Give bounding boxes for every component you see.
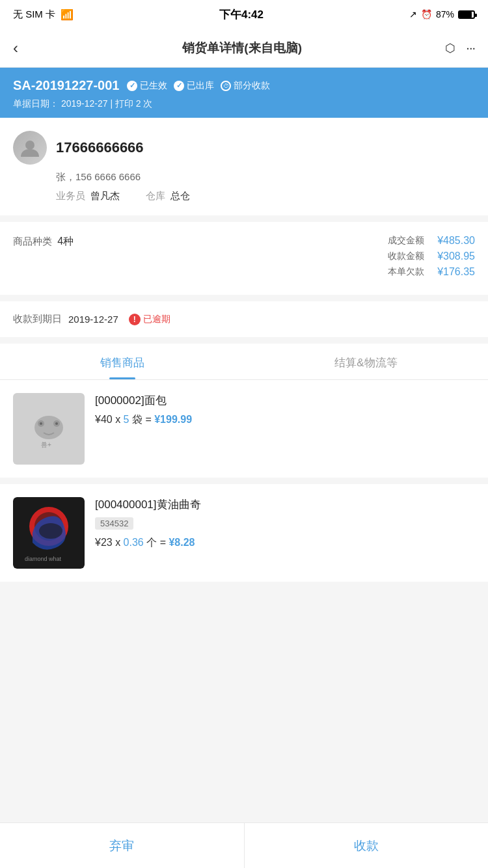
- collect-payment-label: 收款: [354, 837, 379, 854]
- svg-point-11: [39, 523, 62, 539]
- status-left: 无 SIM 卡 📶: [13, 8, 74, 21]
- tab-settlement[interactable]: 结算&物流等: [244, 344, 488, 379]
- battery-percent: 87%: [436, 9, 454, 20]
- cancel-review-button[interactable]: 弃审: [0, 823, 245, 868]
- bottom-bar: 弃审 收款: [0, 822, 488, 868]
- svg-text:diamond what: diamond what: [25, 556, 62, 562]
- status-bar: 无 SIM 卡 📶 下午4:42 ↗ ⏰ 87%: [0, 0, 488, 29]
- due-label: 收款到期日: [13, 313, 62, 325]
- collect-payment-button[interactable]: 收款: [245, 823, 489, 868]
- battery-fill: [459, 12, 472, 18]
- debt-label: 本单欠款: [388, 266, 424, 278]
- customer-section: 17666666666 张，156 6666 6666 业务员 曾凡杰 仓库 总…: [0, 118, 488, 215]
- due-date: 2019-12-27: [68, 314, 118, 325]
- receive-amount-row: 收款金额 ¥308.95: [388, 251, 475, 262]
- type-label: 商品种类: [13, 236, 52, 247]
- tab-sales-products[interactable]: 销售商品: [0, 344, 244, 379]
- product-thumbnail-1: 兽+: [13, 393, 85, 465]
- product-info-2: [000400001]黄油曲奇 534532 ¥23 x 0.36 个 = ¥8…: [95, 497, 475, 550]
- customer-info-row: 业务员 曾凡杰 仓库 总仓: [56, 190, 475, 202]
- avatar: [13, 131, 47, 165]
- svg-point-0: [25, 141, 34, 150]
- order-date: 2019-12-27: [61, 98, 108, 109]
- deal-label: 成交金额: [388, 235, 424, 247]
- product-qty-1: 5: [124, 414, 129, 425]
- order-id: SA-20191227-001: [13, 78, 119, 93]
- product-equals-1: =: [145, 414, 154, 425]
- product-unit-2: 个: [146, 537, 157, 548]
- type-count: 4种: [57, 236, 74, 247]
- product-image-1: 兽+: [13, 393, 85, 465]
- cookie-image-icon: diamond what: [13, 497, 85, 569]
- badge-partial: ⏱ 部分收款: [221, 80, 270, 92]
- product-qty-2: 0.36: [124, 537, 144, 548]
- date-label: 单据日期：: [13, 98, 59, 109]
- debt-value: ¥176.35: [437, 266, 475, 278]
- products-section: 兽+ [0000002]面包 ¥40 x 5 袋 = ¥199.99: [0, 380, 488, 582]
- order-id-row: SA-20191227-001 已生效 已出库 ⏱ 部分收款: [13, 78, 475, 93]
- share-icon[interactable]: ⬡: [445, 41, 455, 55]
- overdue-dot-icon: !: [129, 314, 141, 325]
- receive-value: ¥308.95: [437, 251, 475, 262]
- badge-effective: 已生效: [127, 80, 167, 92]
- status-right: ↗ ⏰ 87%: [409, 9, 475, 20]
- overdue-text: 已逾期: [143, 314, 170, 325]
- product-price-1: ¥40: [95, 414, 113, 425]
- order-date-row: 单据日期： 2019-12-27 | 打印 2 次: [13, 98, 475, 110]
- product-equals-2: =: [160, 537, 169, 548]
- tab-settlement-label: 结算&物流等: [334, 357, 397, 369]
- print-info: | 打印 2 次: [110, 98, 152, 109]
- customer-phone: 17666666666: [56, 139, 144, 156]
- bottom-spacer: [0, 588, 488, 640]
- status-badges: 已生效 已出库 ⏱ 部分收款: [127, 80, 270, 92]
- product-price-row-1: ¥40 x 5 袋 = ¥199.99: [95, 413, 475, 427]
- order-header: SA-20191227-001 已生效 已出库 ⏱ 部分收款 单据日期： 201…: [0, 68, 488, 118]
- product-image-2: diamond what: [13, 497, 85, 569]
- product-unit-1: 袋: [132, 414, 142, 425]
- badge-shipped-label: 已出库: [187, 80, 214, 92]
- svg-point-2: [34, 416, 63, 439]
- product-total-1: ¥199.99: [154, 414, 192, 425]
- due-section: 收款到期日 2019-12-27 ! 已逾期: [0, 301, 488, 337]
- more-icon[interactable]: ···: [466, 40, 475, 55]
- list-item: diamond what [000400001]黄油曲奇 534532 ¥23 …: [0, 484, 488, 582]
- battery-icon: [458, 10, 475, 19]
- customer-row: 17666666666: [13, 131, 475, 165]
- deal-amount-row: 成交金额 ¥485.30: [388, 235, 475, 247]
- warehouse-label: 仓库: [146, 190, 165, 202]
- receive-label: 收款金额: [388, 251, 424, 262]
- stats-left: 商品种类 4种: [13, 235, 74, 249]
- product-info-1: [0000002]面包 ¥40 x 5 袋 = ¥199.99: [95, 393, 475, 427]
- tab-sales-label: 销售商品: [100, 357, 144, 369]
- product-name-2: [000400001]黄油曲奇: [95, 497, 475, 512]
- alarm-icon: ⏰: [421, 9, 432, 20]
- tabs-row: 销售商品 结算&物流等: [0, 344, 488, 379]
- back-button[interactable]: ‹: [13, 39, 39, 57]
- deal-value: ¥485.30: [437, 235, 475, 247]
- check-icon-1: [127, 81, 137, 91]
- product-multiply-1: x: [115, 414, 123, 425]
- status-time: 下午4:42: [219, 7, 264, 22]
- product-price-row-2: ¥23 x 0.36 个 = ¥8.28: [95, 536, 475, 550]
- location-icon: ↗: [409, 9, 417, 20]
- bread-image-icon: 兽+: [23, 403, 75, 455]
- clock-icon: ⏱: [221, 81, 231, 91]
- badge-shipped: 已出库: [174, 80, 214, 92]
- svg-point-6: [55, 422, 58, 425]
- wifi-icon: 📶: [61, 8, 74, 21]
- svg-point-5: [40, 422, 42, 425]
- user-avatar-icon: [20, 137, 40, 158]
- debt-amount-row: 本单欠款 ¥176.35: [388, 266, 475, 278]
- product-tag-2: 534532: [95, 517, 133, 530]
- badge-partial-label: 部分收款: [234, 80, 270, 92]
- product-price-2: ¥23: [95, 537, 113, 548]
- product-total-2: ¥8.28: [169, 537, 195, 548]
- carrier-text: 无 SIM 卡: [13, 8, 55, 21]
- stats-section: 商品种类 4种 成交金额 ¥485.30 收款金额 ¥308.95 本单欠款 ¥…: [0, 222, 488, 295]
- overdue-badge: ! 已逾期: [129, 314, 170, 325]
- nav-actions: ⬡ ···: [445, 40, 475, 55]
- list-item: 兽+ [0000002]面包 ¥40 x 5 袋 = ¥199.99: [0, 380, 488, 478]
- check-icon-2: [174, 81, 184, 91]
- agent-info: 业务员 曾凡杰: [56, 190, 120, 202]
- badge-effective-label: 已生效: [140, 80, 167, 92]
